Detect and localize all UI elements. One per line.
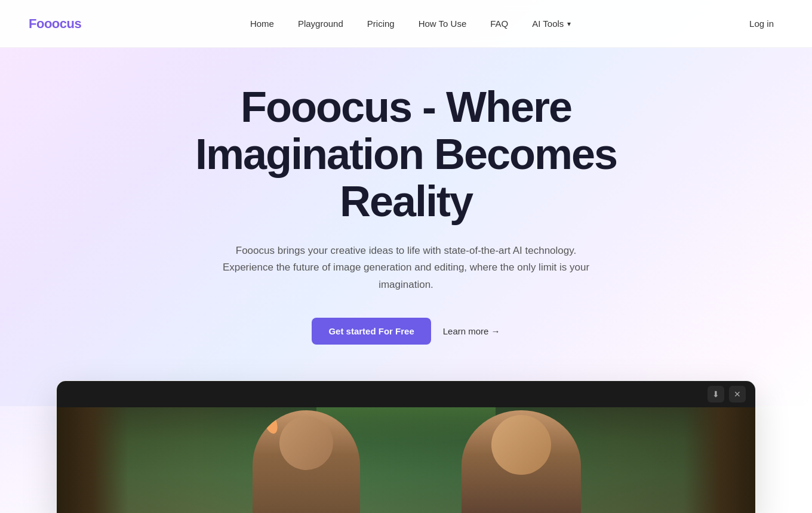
demo-container: ⬇ ✕ [42, 380, 770, 513]
brand-logo[interactable]: Fooocus [29, 16, 81, 32]
hero-section: Fooocus - Where Imagination Becomes Real… [0, 0, 812, 513]
tree-right [684, 407, 755, 513]
demo-image-area [57, 407, 755, 513]
nav-item-faq[interactable]: FAQ [481, 14, 518, 33]
hero-title: Fooocus - Where Imagination Becomes Real… [167, 84, 645, 226]
nav-item-home[interactable]: Home [241, 14, 284, 33]
hero-content: Fooocus - Where Imagination Becomes Real… [167, 48, 645, 380]
nav-links: Home Playground Pricing How To Use FAQ A… [241, 14, 580, 33]
forest-background [57, 407, 755, 513]
demo-download-button[interactable]: ⬇ [708, 386, 724, 403]
nav-item-how-to-use[interactable]: How To Use [409, 14, 476, 33]
demo-close-button[interactable]: ✕ [729, 386, 746, 403]
get-started-button[interactable]: Get started For Free [312, 318, 430, 345]
tree-left [57, 407, 128, 513]
nav-item-playground[interactable]: Playground [288, 14, 353, 33]
learn-more-button[interactable]: Learn more → [443, 326, 500, 336]
hero-subtitle: Fooocus brings your creative ideas to li… [221, 242, 591, 294]
ai-tools-label: AI Tools [532, 19, 564, 29]
nav-item-ai-tools[interactable]: AI Tools ▾ [522, 14, 580, 33]
hero-buttons: Get started For Free Learn more → [167, 318, 645, 345]
demo-titlebar: ⬇ ✕ [57, 381, 755, 407]
nav-item-pricing[interactable]: Pricing [358, 14, 404, 33]
navbar: Fooocus Home Playground Pricing How To U… [0, 0, 812, 48]
login-link[interactable]: Log in [740, 14, 783, 33]
figure-right-character [462, 410, 581, 513]
chevron-down-icon: ▾ [567, 20, 571, 28]
demo-window: ⬇ ✕ [56, 380, 756, 513]
figure-left-character [253, 410, 360, 513]
